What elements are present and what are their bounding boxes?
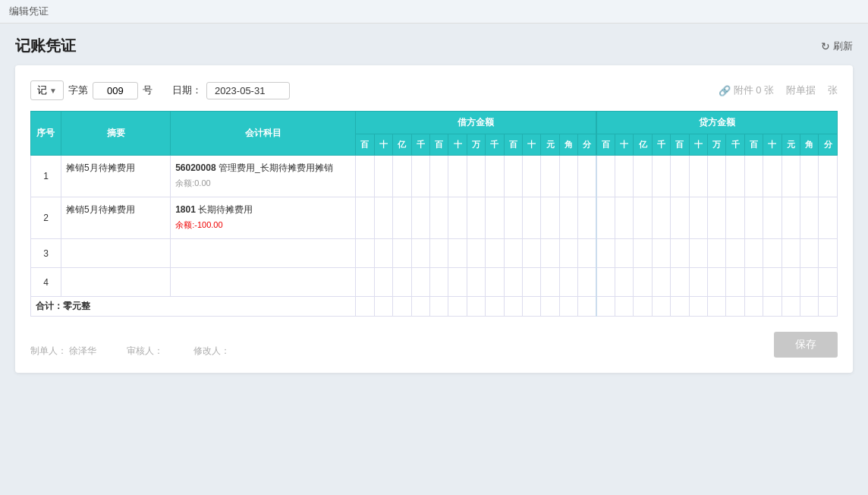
row-4-credit-d6[interactable]: [689, 268, 707, 297]
row-1-credit-d1[interactable]: [596, 156, 615, 197]
row-2-credit-d5[interactable]: [671, 197, 689, 239]
row-1-debit-d12[interactable]: [559, 156, 577, 197]
save-button[interactable]: 保存: [774, 332, 838, 358]
row-3-credit-d6[interactable]: [689, 239, 707, 268]
row-1-credit-d8[interactable]: [726, 156, 744, 197]
row-3-debit-d4[interactable]: [411, 239, 429, 268]
row-2-credit-d10[interactable]: [763, 197, 782, 239]
row-1-credit-d10[interactable]: [763, 156, 782, 197]
voucher-type-button[interactable]: 记 ▼: [30, 80, 64, 100]
row-2-debit-d13[interactable]: [578, 197, 596, 239]
row-4-debit-d10[interactable]: [522, 268, 540, 297]
row-2-credit-d9[interactable]: [744, 197, 763, 239]
row-1-debit-d11[interactable]: [541, 156, 559, 197]
row-3-debit-d3[interactable]: [393, 239, 411, 268]
row-2-debit-d3[interactable]: [393, 197, 411, 239]
row-2-debit-d9[interactable]: [504, 197, 522, 239]
row-4-account[interactable]: [171, 268, 356, 297]
row-4-debit-d7[interactable]: [467, 268, 485, 297]
table-row[interactable]: 2摊销5月待摊费用1801 长期待摊费用 余额:-100.00: [31, 197, 838, 239]
row-3-credit-d5[interactable]: [671, 239, 689, 268]
row-3-debit-d11[interactable]: [541, 239, 559, 268]
row-2-credit-d1[interactable]: [596, 197, 615, 239]
row-1-debit-d7[interactable]: [467, 156, 485, 197]
refresh-button[interactable]: ↻ 刷新: [821, 39, 853, 53]
row-3-debit-d8[interactable]: [486, 239, 504, 268]
row-3-credit-d13[interactable]: [819, 239, 838, 268]
row-4-debit-d13[interactable]: [578, 268, 596, 297]
row-3-summary[interactable]: [61, 239, 170, 268]
row-3-debit-d12[interactable]: [559, 239, 577, 268]
row-3-credit-d11[interactable]: [782, 239, 800, 268]
row-1-debit-d3[interactable]: [393, 156, 411, 197]
row-3-debit-d7[interactable]: [467, 239, 485, 268]
row-2-credit-d6[interactable]: [689, 197, 707, 239]
row-4-credit-d1[interactable]: [596, 268, 615, 297]
row-4-credit-d13[interactable]: [819, 268, 838, 297]
row-3-credit-d1[interactable]: [596, 239, 615, 268]
row-2-account[interactable]: 1801 长期待摊费用 余额:-100.00: [171, 197, 356, 239]
row-1-account[interactable]: 56020008 管理费用_长期待摊费用摊销 余额:0.00: [171, 156, 356, 197]
row-3-credit-d3[interactable]: [634, 239, 652, 268]
table-row[interactable]: 1摊销5月待摊费用56020008 管理费用_长期待摊费用摊销 余额:0.00: [31, 156, 838, 197]
row-4-credit-d8[interactable]: [726, 268, 744, 297]
row-1-debit-d13[interactable]: [578, 156, 596, 197]
row-2-credit-d7[interactable]: [708, 197, 726, 239]
row-4-debit-d2[interactable]: [374, 268, 392, 297]
row-2-credit-d3[interactable]: [634, 197, 652, 239]
row-4-credit-d2[interactable]: [615, 268, 633, 297]
row-4-debit-d1[interactable]: [356, 268, 374, 297]
row-2-debit-d8[interactable]: [486, 197, 504, 239]
row-4-debit-d4[interactable]: [411, 268, 429, 297]
row-1-credit-d12[interactable]: [800, 156, 819, 197]
row-3-debit-d6[interactable]: [448, 239, 467, 268]
row-4-debit-d3[interactable]: [393, 268, 411, 297]
row-1-credit-d5[interactable]: [671, 156, 689, 197]
row-2-debit-d6[interactable]: [448, 197, 467, 239]
row-1-credit-d13[interactable]: [819, 156, 838, 197]
row-3-account[interactable]: [171, 239, 356, 268]
row-4-debit-d11[interactable]: [541, 268, 559, 297]
row-4-debit-d9[interactable]: [504, 268, 522, 297]
row-1-credit-d3[interactable]: [634, 156, 652, 197]
row-4-credit-d4[interactable]: [652, 268, 670, 297]
row-1-credit-d7[interactable]: [708, 156, 726, 197]
row-2-debit-d7[interactable]: [467, 197, 485, 239]
row-1-debit-d9[interactable]: [504, 156, 522, 197]
row-3-debit-d1[interactable]: [356, 239, 374, 268]
row-3-debit-d13[interactable]: [578, 239, 596, 268]
row-2-summary[interactable]: 摊销5月待摊费用: [61, 197, 170, 239]
row-2-credit-d4[interactable]: [652, 197, 670, 239]
row-4-credit-d5[interactable]: [671, 268, 689, 297]
row-1-summary[interactable]: 摊销5月待摊费用: [61, 156, 170, 197]
row-2-credit-d2[interactable]: [615, 197, 633, 239]
row-3-credit-d7[interactable]: [708, 239, 726, 268]
row-2-credit-d8[interactable]: [726, 197, 744, 239]
row-4-credit-d10[interactable]: [763, 268, 782, 297]
row-3-debit-d10[interactable]: [522, 239, 540, 268]
row-4-debit-d12[interactable]: [559, 268, 577, 297]
row-1-debit-d10[interactable]: [522, 156, 540, 197]
row-4-debit-d5[interactable]: [429, 268, 448, 297]
row-1-debit-d2[interactable]: [374, 156, 392, 197]
row-4-credit-d12[interactable]: [800, 268, 819, 297]
row-2-debit-d2[interactable]: [374, 197, 392, 239]
row-1-credit-d2[interactable]: [615, 156, 633, 197]
row-1-debit-d6[interactable]: [448, 156, 467, 197]
row-1-debit-d1[interactable]: [356, 156, 374, 197]
row-4-debit-d6[interactable]: [448, 268, 467, 297]
date-input[interactable]: [206, 82, 290, 99]
row-1-credit-d4[interactable]: [652, 156, 670, 197]
row-2-debit-d4[interactable]: [411, 197, 429, 239]
row-3-credit-d12[interactable]: [800, 239, 819, 268]
row-1-credit-d11[interactable]: [782, 156, 800, 197]
row-4-debit-d8[interactable]: [486, 268, 504, 297]
row-3-credit-d9[interactable]: [744, 239, 763, 268]
row-1-credit-d6[interactable]: [689, 156, 707, 197]
row-1-debit-d4[interactable]: [411, 156, 429, 197]
row-4-summary[interactable]: [61, 268, 170, 297]
row-2-debit-d5[interactable]: [429, 197, 448, 239]
row-2-debit-d10[interactable]: [522, 197, 540, 239]
row-4-credit-d11[interactable]: [782, 268, 800, 297]
row-3-credit-d2[interactable]: [615, 239, 633, 268]
